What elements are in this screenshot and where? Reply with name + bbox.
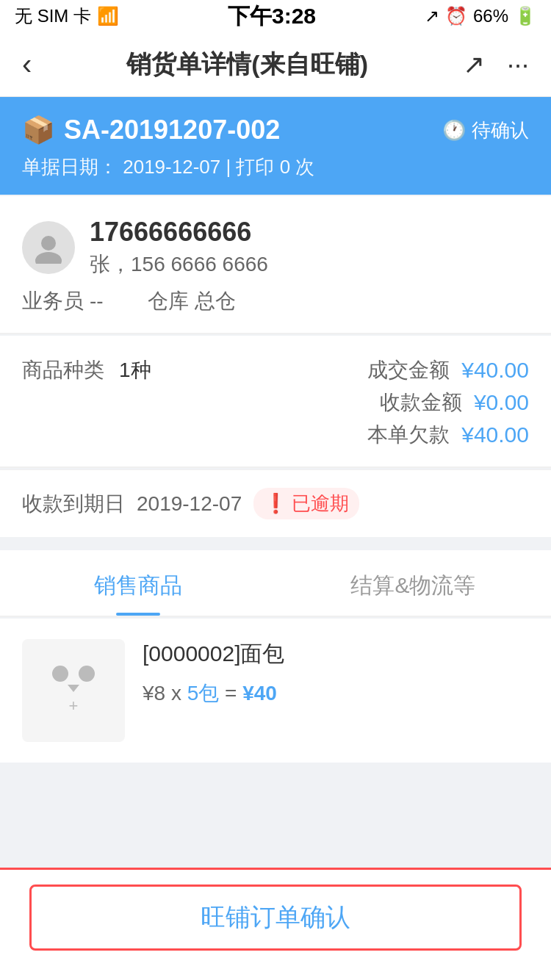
due-date-value: 2019-12-07: [137, 492, 242, 516]
received-amount-label: 收款金额: [380, 389, 462, 417]
wangpu-confirm-button[interactable]: 旺铺订单确认: [29, 884, 522, 951]
bottom-bar: 旺铺订单确认: [0, 868, 551, 980]
stats-right: 成交金额 ¥40.00 收款金额 ¥0.00 本单欠款 ¥40.00: [367, 356, 529, 449]
overdue-icon: ❗: [264, 492, 287, 515]
product-qty: 5包: [187, 682, 220, 705]
battery-icon: 🔋: [514, 6, 536, 26]
nav-right-actions: ↗ ···: [463, 49, 529, 80]
product-price-row: ¥8 x 5包 = ¥40: [143, 680, 529, 707]
product-section: + [0000002]面包 ¥8 x 5包 = ¥40: [0, 619, 551, 763]
warehouse-value: 总仓: [195, 287, 236, 315]
stats-row-received: 收款金额 ¥0.00: [380, 389, 529, 417]
product-type-value: 1种: [119, 356, 151, 384]
owl-eyes: [52, 666, 95, 682]
stats-row-deal: 成交金额 ¥40.00: [367, 356, 529, 384]
status-clock-icon: 🕐: [442, 119, 466, 142]
owl-beak: [68, 685, 79, 692]
tab-settlement-label: 结算&物流等: [350, 573, 475, 597]
status-text: 待确认: [472, 118, 529, 143]
salesperson-meta: 业务员 --: [22, 287, 104, 315]
svg-point-0: [41, 236, 56, 251]
product-info: [0000002]面包 ¥8 x 5包 = ¥40: [143, 639, 529, 707]
status-bar-time: 下午3:28: [228, 1, 316, 32]
confirm-btn-label: 旺铺订单确认: [201, 901, 350, 934]
owl-eye-right: [79, 666, 95, 682]
product-item: + [0000002]面包 ¥8 x 5包 = ¥40: [22, 639, 529, 742]
svg-point-1: [35, 252, 62, 264]
warehouse-meta: 仓库 总仓: [148, 287, 236, 315]
product-total: ¥40: [242, 682, 277, 705]
location-icon: ↗: [425, 6, 439, 26]
divider-1: [0, 333, 551, 334]
status-bar-left: 无 SIM 卡 📶: [15, 4, 119, 28]
section-gap: [0, 537, 551, 549]
more-icon[interactable]: ···: [507, 49, 529, 80]
product-thumb-inner: +: [52, 666, 95, 716]
battery-label: 66%: [473, 6, 508, 26]
order-date-info: 单据日期： 2019-12-07 | 打印 0 次: [22, 154, 529, 180]
nav-title: 销货单详情(来自旺铺): [126, 48, 368, 82]
order-status-badge: 🕐 待确认: [442, 118, 529, 143]
warehouse-label: 仓库: [148, 287, 189, 315]
tab-settlement-logistics[interactable]: 结算&物流等: [276, 550, 551, 616]
salesperson-label: 业务员: [22, 287, 84, 315]
product-type-label: 商品种类: [22, 356, 104, 384]
owl-eye-left: [52, 666, 68, 682]
overdue-text: 已逾期: [292, 491, 349, 516]
salesperson-value: --: [90, 289, 104, 313]
date-value: 2019-12-07: [123, 156, 220, 178]
product-price: ¥8: [143, 682, 165, 705]
customer-section: 17666666666 张，156 6666 6666 业务员 -- 仓库 总仓: [0, 196, 551, 333]
wifi-icon: 📶: [97, 6, 119, 26]
date-label: 单据日期：: [22, 156, 118, 178]
order-id: 📦 SA-20191207-002: [22, 115, 280, 145]
nav-bar: ‹ 销货单详情(来自旺铺) ↗ ···: [0, 32, 551, 97]
customer-name-info: 张，156 6666 6666: [90, 251, 268, 278]
customer-avatar: [22, 221, 75, 274]
overdue-badge: ❗ 已逾期: [253, 488, 359, 519]
owl-plus-text: +: [69, 696, 79, 716]
deal-amount-label: 成交金额: [367, 356, 450, 384]
deal-amount-value: ¥40.00: [461, 358, 529, 383]
due-date-section: 收款到期日 2019-12-07 ❗ 已逾期: [0, 469, 551, 537]
order-icon: 📦: [22, 115, 55, 145]
tab-sales-products-label: 销售商品: [94, 573, 182, 597]
product-thumbnail: +: [22, 639, 125, 742]
customer-phone: 17666666666: [90, 217, 268, 248]
due-date-label: 收款到期日: [22, 490, 125, 518]
stats-section: 商品种类 1种 成交金额 ¥40.00 收款金额 ¥0.00 本单欠款 ¥40.…: [0, 336, 551, 466]
owed-amount-label: 本单欠款: [367, 421, 450, 449]
status-bar-right: ↗ ⏰ 66% 🔋: [425, 6, 536, 26]
product-name: [0000002]面包: [143, 639, 529, 669]
share-icon[interactable]: ↗: [463, 49, 485, 80]
received-amount-value: ¥0.00: [474, 390, 529, 415]
print-info: | 打印 0 次: [226, 156, 314, 178]
tab-sales-products[interactable]: 销售商品: [0, 550, 276, 616]
status-bar: 无 SIM 卡 📶 下午3:28 ↗ ⏰ 66% 🔋: [0, 0, 551, 32]
order-header-card: 📦 SA-20191207-002 🕐 待确认 单据日期： 2019-12-07…: [0, 97, 551, 195]
back-button[interactable]: ‹: [22, 48, 32, 81]
divider-2: [0, 466, 551, 468]
stats-row-owed: 本单欠款 ¥40.00: [367, 421, 529, 449]
owed-amount-value: ¥40.00: [461, 422, 529, 447]
carrier-label: 无 SIM 卡: [15, 4, 91, 28]
alarm-icon: ⏰: [445, 6, 467, 26]
tabs-bar: 销售商品 结算&物流等: [0, 550, 551, 617]
order-id-text: SA-20191207-002: [64, 115, 280, 145]
